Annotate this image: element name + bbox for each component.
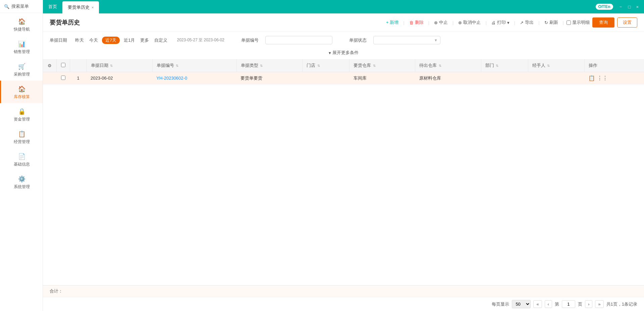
filter-area: 单据日期 昨天 今天 近7天 近1月 更多 自定义 2023-05-27 至 2…	[43, 32, 644, 59]
sidebar-item-sales[interactable]: 📊 销售管理	[0, 36, 43, 58]
delete-button[interactable]: 🗑 删除	[407, 18, 426, 27]
expand-more-button[interactable]: ▾ 展开更多条件	[50, 48, 637, 59]
sidebar-item-basic-info[interactable]: 📄 基础信息	[0, 148, 43, 171]
sidebar-search[interactable]: 🔍 搜索菜单	[0, 0, 43, 13]
row-checkbox[interactable]	[61, 76, 65, 80]
row-bill-type: 要货单要货	[240, 76, 262, 81]
sidebar-item-purchase[interactable]: 🛒 采购管理	[0, 58, 43, 81]
tab-requisition-history[interactable]: 要货单历史 ×	[62, 1, 99, 13]
home-icon: 🏠	[18, 18, 25, 25]
sort-bill-type-icon[interactable]: ⇅	[260, 64, 263, 68]
col-pending-warehouse: 待出仓库 ⇅	[415, 59, 481, 72]
settings-col-icon[interactable]: ⚙	[48, 63, 52, 68]
page-number-input[interactable]	[562, 300, 575, 308]
page-label-before: 第	[555, 301, 559, 307]
last-page-button[interactable]: »	[595, 300, 603, 308]
sort-dept-icon[interactable]: ⇅	[496, 64, 498, 68]
pagination: 每页显示 50 20 100 « ‹ 第 页 › » 共1页，1条记录	[43, 297, 644, 311]
per-page-label: 每页显示	[492, 301, 509, 307]
date-filter-label: 单据日期	[50, 37, 67, 43]
row-checkbox-cell	[56, 72, 70, 84]
bill-status-wrapper: ▾	[373, 36, 440, 44]
divider-1: |	[403, 20, 404, 25]
query-button[interactable]: 查询	[592, 17, 614, 28]
col-store: 门店 ⇅	[303, 59, 350, 72]
delete-label: 删除	[415, 19, 424, 26]
col-dept: 部门 ⇅	[481, 59, 528, 72]
row-pending-warehouse-cell: 原材料仓库	[415, 72, 481, 84]
more-action-icon[interactable]: ⋮⋮	[597, 75, 608, 81]
shortcut-1month[interactable]: 近1月	[122, 37, 136, 44]
total-info: 共1页，1条记录	[606, 301, 637, 307]
row-action-cell: 📋 ⋮⋮	[584, 72, 644, 84]
page-header: 要货单历史 + 新增 | 🗑 删除 | ⊗ 中止 | ⊗ 取消中止 |	[43, 13, 644, 32]
sidebar-item-operations[interactable]: 📋 经营管理	[0, 126, 43, 148]
finance-icon: 🔒	[18, 108, 25, 115]
bill-status-select[interactable]	[373, 36, 440, 44]
sidebar-item-label: 资金管理	[14, 117, 30, 122]
col-handler: 经手人 ⇅	[528, 59, 584, 72]
col-action-label: 操作	[589, 63, 597, 68]
sort-pending-warehouse-icon[interactable]: ⇅	[439, 64, 441, 68]
refresh-button[interactable]: ↻ 刷新	[542, 18, 560, 27]
sort-bill-no-icon[interactable]: ⇅	[176, 64, 178, 68]
display-detail-toggle[interactable]: 显示明细	[567, 19, 590, 26]
row-bill-no-link[interactable]: YH-20230602-0	[156, 76, 187, 81]
sidebar-item-finance[interactable]: 🔒 资金管理	[0, 103, 43, 126]
col-settings: ⚙	[43, 59, 56, 72]
sidebar-item-quick-nav[interactable]: 🏠 快捷导航	[0, 13, 43, 36]
requisition-table: ⚙ 单据日期 ⇅ 单据编号 ⇅	[43, 59, 644, 84]
basic-info-icon: 📄	[18, 153, 25, 160]
row-num: 1	[77, 76, 79, 81]
shortcut-7days[interactable]: 近7天	[102, 37, 120, 44]
refresh-label: 刷新	[549, 19, 558, 26]
refresh-icon: ↻	[544, 20, 548, 25]
export-button[interactable]: ↗ 导出	[518, 18, 536, 27]
col-action: 操作	[584, 59, 644, 72]
tab-close-button[interactable]: ×	[92, 5, 94, 9]
cancel-stop-label: 取消中止	[463, 19, 481, 26]
shortcut-today[interactable]: 今天	[88, 37, 99, 44]
topbar: 首页 要货单历史 × OfTEn － □ ×	[43, 0, 644, 13]
first-page-button[interactable]: «	[533, 300, 542, 308]
main-container: 首页 要货单历史 × OfTEn － □ × 要货单历史 + 新增 | 🗑 删除…	[43, 0, 644, 311]
stop-button[interactable]: ⊗ 中止	[432, 18, 450, 27]
bill-number-input[interactable]	[265, 36, 332, 44]
shortcut-yesterday[interactable]: 昨天	[74, 37, 85, 44]
often-badge[interactable]: OfTEn	[596, 4, 613, 10]
edit-icon[interactable]: 📋	[588, 75, 595, 81]
settings-button[interactable]: 设置	[617, 17, 637, 28]
new-button[interactable]: + 新增	[384, 18, 400, 27]
cancel-stop-button[interactable]: ⊗ 取消中止	[456, 18, 483, 27]
next-page-button[interactable]: ›	[585, 300, 592, 308]
sidebar-item-system[interactable]: ⚙️ 系统管理	[0, 171, 43, 193]
table-header-row: ⚙ 单据日期 ⇅ 单据编号 ⇅	[43, 59, 644, 72]
sidebar-item-label: 销售管理	[14, 49, 30, 55]
row-date-cell: 2023-06-02	[87, 72, 152, 84]
window-close-button[interactable]: ×	[636, 4, 639, 9]
bill-number-label: 单据编号	[241, 37, 259, 43]
sort-date-icon[interactable]: ⇅	[110, 64, 113, 68]
topbar-right: OfTEn － □ ×	[596, 4, 644, 10]
sidebar-item-inventory[interactable]: 🏠 库存核算	[0, 81, 43, 103]
page-content: 要货单历史 + 新增 | 🗑 删除 | ⊗ 中止 | ⊗ 取消中止 |	[43, 13, 644, 311]
sidebar-item-label: 经营管理	[14, 139, 30, 145]
minimize-button[interactable]: －	[619, 4, 623, 10]
sidebar-item-label: 库存核算	[14, 94, 30, 100]
stop-icon: ⊗	[434, 20, 438, 25]
sort-req-warehouse-icon[interactable]: ⇅	[373, 64, 376, 68]
prev-page-button[interactable]: ‹	[545, 300, 552, 308]
maximize-button[interactable]: □	[628, 4, 631, 9]
display-detail-checkbox[interactable]	[567, 20, 571, 25]
per-page-select[interactable]: 50 20 100	[512, 300, 531, 308]
stop-label: 中止	[439, 19, 448, 26]
sort-handler-icon[interactable]: ⇅	[547, 64, 550, 68]
select-all-checkbox[interactable]	[61, 63, 65, 67]
tab-home[interactable]: 首页	[43, 0, 62, 13]
shortcut-custom[interactable]: 自定义	[153, 37, 169, 44]
print-icon: 🖨	[491, 20, 496, 25]
col-handler-label: 经手人	[532, 63, 545, 68]
sort-store-icon[interactable]: ⇅	[317, 64, 320, 68]
shortcut-more[interactable]: 更多	[139, 37, 150, 44]
print-button[interactable]: 🖨 打印 ▾	[489, 18, 512, 27]
